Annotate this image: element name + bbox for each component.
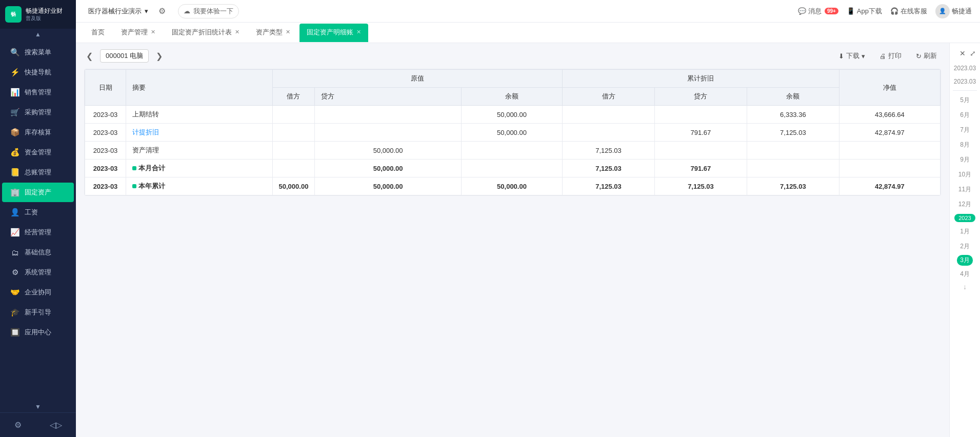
cell-dep-debit: 7,125.03 bbox=[563, 177, 655, 195]
sidebar-item-inventory[interactable]: 📦 库存核算 bbox=[2, 123, 74, 142]
experience-button[interactable]: ☁ 我要体验一下 bbox=[178, 4, 239, 18]
timeline-month-item[interactable]: 9月 bbox=[950, 152, 980, 167]
tab-close-icon[interactable]: ✕ bbox=[151, 29, 155, 35]
sidebar-item-purchase[interactable]: 🛒 采购管理 bbox=[2, 103, 74, 122]
tab-depreciation-stats[interactable]: 固定资产折旧统计表 ✕ bbox=[165, 24, 247, 42]
header-settings-icon[interactable]: ⚙ bbox=[158, 6, 166, 16]
timeline-month-item[interactable]: 12月 bbox=[950, 197, 980, 212]
username: 畅捷通 bbox=[952, 7, 972, 16]
inventory-icon: 📦 bbox=[10, 128, 19, 137]
cell-orig-credit bbox=[315, 106, 462, 124]
timeline-month-item[interactable]: 1月 bbox=[950, 224, 980, 239]
cell-orig-credit: 50,000.00 bbox=[315, 142, 462, 160]
sidebar-logo: 畅 畅捷通好业财 普及版 bbox=[0, 0, 76, 29]
panel-close-icon[interactable]: ✕ bbox=[958, 48, 967, 58]
cell-dep-balance: 7,125.03 bbox=[747, 124, 839, 142]
timeline-entry[interactable]: 2023.03 bbox=[950, 75, 980, 88]
sidebar-item-search[interactable]: 🔍 搜索菜单 bbox=[2, 43, 74, 62]
timeline-month-item[interactable]: 2月 bbox=[950, 239, 980, 254]
timeline-entry[interactable]: 2023.03 bbox=[950, 62, 980, 75]
table-row: 2023-03 上期结转 50,000.00 6,333.36 43,666.6… bbox=[85, 106, 941, 124]
sidebar-scroll-up[interactable]: ▲ bbox=[0, 29, 76, 40]
timeline-month-item[interactable]: 11月 bbox=[950, 182, 980, 197]
active-month-badge[interactable]: 3月 bbox=[957, 255, 973, 266]
prev-asset-button[interactable]: ❮ bbox=[84, 50, 95, 62]
dropdown-icon: ▾ bbox=[145, 7, 148, 15]
timeline-scroll-down[interactable]: ↓ bbox=[963, 283, 967, 291]
company-selector[interactable]: 医疗器械行业演示 ▾ bbox=[84, 5, 152, 18]
cell-orig-debit bbox=[272, 142, 315, 160]
app-download-button[interactable]: 📱 App下载 bbox=[847, 7, 882, 16]
sidebar-item-payroll[interactable]: 👤 工资 bbox=[2, 203, 74, 222]
timeline-month-item[interactable]: 5月 bbox=[950, 93, 980, 108]
tab-label: 资产管理 bbox=[121, 28, 148, 37]
header-right: 💬 消息 99+ 📱 App下载 🎧 在线客服 👤 畅捷通 bbox=[798, 4, 972, 18]
refresh-label: 刷新 bbox=[924, 51, 937, 61]
sidebar-item-quicknav[interactable]: ⚡ 快捷导航 bbox=[2, 63, 74, 82]
tab-asset-management[interactable]: 资产管理 ✕ bbox=[114, 24, 163, 42]
sidebar-item-label: 快捷导航 bbox=[25, 68, 51, 77]
sidebar-scroll-down[interactable]: ▼ bbox=[0, 401, 76, 412]
cell-date: 2023-03 bbox=[85, 106, 126, 124]
timeline-month-item[interactable]: 4月 bbox=[950, 267, 980, 282]
sales-icon: 📊 bbox=[10, 88, 19, 97]
year-badge[interactable]: 2023 bbox=[954, 214, 975, 222]
sidebar-item-collab[interactable]: 🤝 企业协同 bbox=[2, 283, 74, 302]
cell-orig-balance: 50,000.00 bbox=[461, 124, 562, 142]
tab-close-icon[interactable]: ✕ bbox=[286, 29, 290, 35]
online-service-button[interactable]: 🎧 在线客服 bbox=[890, 7, 927, 16]
sidebar-item-management[interactable]: 📈 经营管理 bbox=[2, 223, 74, 242]
print-icon: 🖨 bbox=[879, 52, 886, 60]
header-date: 日期 bbox=[85, 70, 126, 106]
timeline-month-item[interactable]: 8月 bbox=[950, 137, 980, 152]
timeline-month-item[interactable]: 10月 bbox=[950, 167, 980, 182]
message-icon: 💬 bbox=[798, 7, 806, 15]
tab-fixed-asset-ledger[interactable]: 固定资产明细账 ✕ bbox=[299, 24, 368, 42]
sidebar-item-basics[interactable]: 🗂 基础信息 bbox=[2, 243, 74, 262]
user-area[interactable]: 👤 畅捷通 bbox=[935, 4, 972, 18]
sidebar-item-system[interactable]: ⚙ 系统管理 bbox=[2, 263, 74, 282]
system-icon: ⚙ bbox=[10, 268, 19, 277]
cell-orig-balance: 50,000.00 bbox=[461, 106, 562, 124]
next-asset-button[interactable]: ❯ bbox=[154, 50, 165, 62]
settings-bottom-icon[interactable]: ⚙ bbox=[11, 417, 25, 433]
cell-dep-balance bbox=[747, 160, 839, 177]
sidebar-item-label: 经营管理 bbox=[25, 228, 51, 237]
cell-net-value bbox=[839, 142, 940, 160]
cell-dep-credit bbox=[654, 142, 747, 160]
tab-label: 固定资产明细账 bbox=[307, 28, 353, 37]
sidebar-item-label: 搜索菜单 bbox=[25, 48, 51, 57]
download-button[interactable]: ⬇ 下载 ▾ bbox=[834, 49, 869, 63]
timeline-month-item[interactable]: 7月 bbox=[950, 123, 980, 137]
cell-summary: 资产清理 bbox=[126, 142, 273, 160]
sidebar-item-apps[interactable]: 🔲 应用中心 bbox=[2, 323, 74, 342]
main-area: 医疗器械行业演示 ▾ ⚙ ☁ 我要体验一下 💬 消息 99+ 📱 App下载 🎧… bbox=[76, 0, 980, 437]
print-button[interactable]: 🖨 打印 bbox=[875, 49, 906, 63]
sidebar-item-guide[interactable]: 🎓 新手引导 bbox=[2, 303, 74, 322]
refresh-button[interactable]: ↻ 刷新 bbox=[912, 49, 941, 63]
cell-dep-debit: 7,125.03 bbox=[563, 160, 655, 177]
cell-dep-debit bbox=[563, 124, 655, 142]
sidebar-item-fixed-assets[interactable]: 🏢 固定资产 bbox=[2, 183, 74, 202]
sidebar-item-sales[interactable]: 📊 销售管理 bbox=[2, 83, 74, 102]
sidebar-item-ledger[interactable]: 📒 总账管理 bbox=[2, 163, 74, 182]
tab-home[interactable]: 首页 bbox=[84, 24, 112, 42]
tab-close-icon[interactable]: ✕ bbox=[356, 29, 361, 35]
sidebar-item-label: 总账管理 bbox=[25, 168, 51, 177]
collapse-sidebar-icon[interactable]: ◁▷ bbox=[47, 417, 65, 433]
sidebar-item-finance[interactable]: 💰 资金管理 bbox=[2, 143, 74, 162]
tab-label: 首页 bbox=[91, 28, 105, 37]
sidebar-item-label: 工资 bbox=[25, 208, 38, 217]
panel-expand-icon[interactable]: ⤢ bbox=[969, 48, 977, 58]
header-orig-debit: 借方 bbox=[272, 88, 315, 106]
summary-link[interactable]: 计提折旧 bbox=[132, 128, 159, 136]
tab-close-icon[interactable]: ✕ bbox=[235, 29, 239, 35]
sidebar-item-label: 销售管理 bbox=[25, 88, 51, 97]
panel-header: ✕ ⤢ bbox=[950, 47, 980, 59]
cell-summary: 计提折旧 bbox=[126, 124, 273, 142]
timeline-month-item[interactable]: 6月 bbox=[950, 108, 980, 123]
cell-summary: 本月合计 bbox=[126, 160, 273, 177]
tab-asset-type[interactable]: 资产类型 ✕ bbox=[249, 24, 297, 42]
tab-bar: 首页 资产管理 ✕ 固定资产折旧统计表 ✕ 资产类型 ✕ 固定资产明细账 ✕ bbox=[76, 23, 980, 43]
message-button[interactable]: 💬 消息 99+ bbox=[798, 7, 838, 16]
